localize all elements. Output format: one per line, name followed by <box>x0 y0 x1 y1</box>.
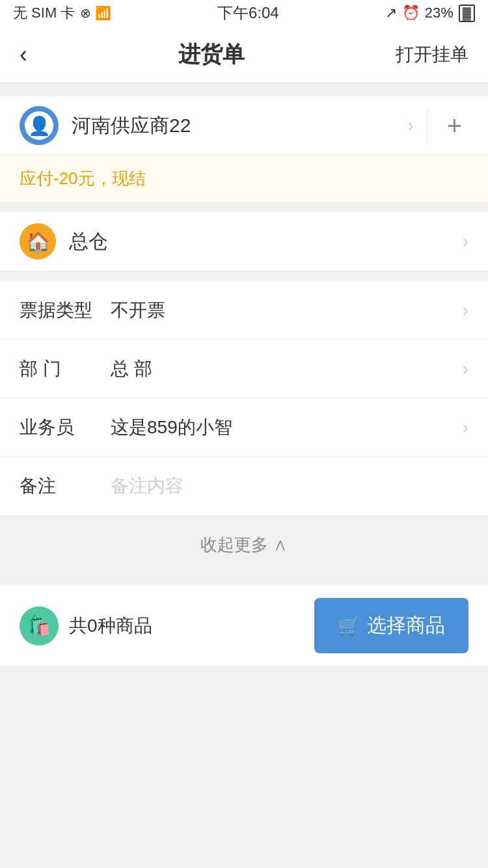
battery-label: 23% <box>425 5 454 21</box>
nav-bar: ‹ 进货单 打开挂单 <box>0 26 488 83</box>
form-section: 票据类型 不开票 › 部 门 总 部 › 业务员 这是859的小智 › 备注 备… <box>0 281 488 515</box>
location-icon: ↗ <box>385 5 397 21</box>
page-title: 进货单 <box>178 40 245 70</box>
battery-icon: ▓ <box>459 5 475 22</box>
collapse-row[interactable]: 收起更多 ∧ <box>0 515 488 575</box>
user-icon: 👤 <box>28 115 51 137</box>
section-gap-2 <box>0 202 488 212</box>
salesperson-value: 这是859的小智 <box>104 415 463 440</box>
carrier-label: 无 SIM 卡 <box>13 3 75 23</box>
department-value: 总 部 <box>104 357 463 381</box>
collapse-label: 收起更多 ∧ <box>200 535 287 554</box>
status-bar: 无 SIM 卡 ⊗ 📶 下午6:04 ↗ ⏰ 23% ▓ <box>0 0 488 26</box>
warehouse-icon: 🏠 <box>26 230 50 253</box>
notice-bar: 应付-20元，现结 <box>0 156 488 202</box>
product-count-text: 共0种商品 <box>69 614 314 638</box>
department-chevron-icon: › <box>463 359 468 379</box>
select-product-label: 选择商品 <box>367 612 445 639</box>
invoice-type-chevron-icon: › <box>463 300 468 321</box>
product-count-icon: 🛍️ <box>20 606 59 645</box>
remark-label: 备注 <box>20 474 104 498</box>
warehouse-chevron-icon: › <box>463 231 468 252</box>
warehouse-name: 总仓 <box>69 228 463 255</box>
section-gap-1 <box>0 83 488 96</box>
wifi-icon: ⊗ 📶 <box>80 5 111 21</box>
supplier-section: 👤 河南供应商22 › + <box>0 96 488 156</box>
status-right: ↗ ⏰ 23% ▓ <box>385 5 475 22</box>
open-pending-button[interactable]: 打开挂单 <box>396 42 468 67</box>
notice-text: 应付-20元，现结 <box>20 169 146 188</box>
time-label: 下午6:04 <box>217 3 279 23</box>
supplier-name: 河南供应商22 <box>72 113 407 139</box>
salesperson-label: 业务员 <box>20 415 104 440</box>
back-button[interactable]: ‹ <box>20 41 27 68</box>
select-product-button[interactable]: 🛒 选择商品 <box>314 598 468 653</box>
bottom-bar: 🛍️ 共0种商品 🛒 选择商品 <box>0 585 488 666</box>
cart-icon: 🛍️ <box>28 615 51 636</box>
alarm-icon: ⏰ <box>402 5 420 21</box>
salesperson-row[interactable]: 业务员 这是859的小智 › <box>0 398 488 457</box>
department-label: 部 门 <box>20 357 104 381</box>
invoice-type-value: 不开票 <box>104 298 463 323</box>
invoice-type-row[interactable]: 票据类型 不开票 › <box>0 281 488 340</box>
supplier-divider <box>427 109 427 142</box>
invoice-type-label: 票据类型 <box>20 298 104 323</box>
department-row[interactable]: 部 门 总 部 › <box>0 340 488 398</box>
salesperson-chevron-icon: › <box>463 417 468 438</box>
avatar-inner: 👤 <box>25 111 53 140</box>
page-content: 👤 河南供应商22 › + 应付-20元，现结 🏠 总仓 › 票据类型 不开票 … <box>0 83 488 868</box>
warehouse-section[interactable]: 🏠 总仓 › <box>0 212 488 271</box>
select-product-icon: 🛒 <box>338 615 360 636</box>
remark-value: 备注内容 <box>104 474 468 498</box>
status-left: 无 SIM 卡 ⊗ 📶 <box>13 3 111 23</box>
remark-row[interactable]: 备注 备注内容 <box>0 457 488 515</box>
supplier-row[interactable]: 👤 河南供应商22 › <box>20 96 414 155</box>
supplier-chevron-icon: › <box>407 115 413 136</box>
supplier-avatar: 👤 <box>20 106 59 145</box>
add-supplier-button[interactable]: + <box>441 111 468 141</box>
warehouse-icon-wrap: 🏠 <box>20 223 56 260</box>
